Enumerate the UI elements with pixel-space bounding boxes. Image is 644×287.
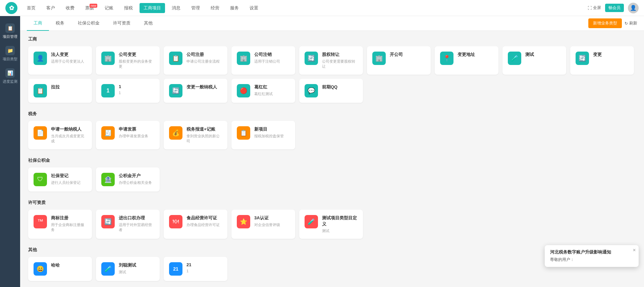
card-lala[interactable]: 📋 拉拉 [28, 79, 92, 103]
card-icon-biangengdizhi: 📍 [440, 52, 453, 65]
card-kaigongsi[interactable]: 🏢 开公司 [367, 46, 431, 75]
card-gongsizhu[interactable]: 📋 公司注册 申请公司注册全流程 [164, 46, 227, 75]
card-icon-21: 21 [169, 262, 182, 276]
fullscreen-icon: ⛶ [588, 6, 592, 10]
section-gongshang: 工商 👤 法人变更 适用于公司变更法人 🏢 公司变更 股权变更外的业务变更 [28, 36, 636, 103]
nav-item-settings[interactable]: 设置 [246, 3, 262, 13]
card-icon-biangeng-na: 🔄 [169, 84, 182, 97]
card-gjj-open[interactable]: 🏦 公积金开户 办理公积金相关业务 [96, 167, 160, 192]
card-icon-test-type: 🧪 [305, 215, 318, 228]
avatar[interactable]: 👤 [628, 3, 639, 13]
card-icon-gongsizhu: 📋 [169, 52, 182, 65]
sidebar-item-project-manage[interactable]: 📋 项目管理 [0, 20, 20, 43]
card-icon-kaigongsi: 🏢 [372, 52, 386, 65]
notification-close-button[interactable]: ✕ [633, 248, 636, 253]
tab-xuke[interactable]: 许可资质 [106, 16, 137, 31]
card-icon-guzhuanzhan: 🔄 [305, 52, 318, 65]
sidebar: 📋 项目管理 📁 项目类型 📊 进度监测 [0, 16, 20, 287]
card-qq[interactable]: 💬 前期QQ [299, 79, 363, 103]
tab-bar: 工商 税务 社保公积金 许可资质 其他 新增业务类型 ↻ 刷新 [20, 16, 644, 31]
card-liucong[interactable]: 🧪 刘聪测试 测试 [96, 257, 160, 281]
vip-button[interactable]: 畅会员 [605, 4, 624, 12]
refresh-button[interactable]: ↻ 刷新 [625, 20, 637, 26]
section-shebao: 社保公积金 🛡 社保登记 进行人员社保登记 🏦 公积金开户 办理公积金相关业务 [28, 157, 636, 192]
card-icon-gongsizhu2: 🏢 [237, 52, 250, 65]
card-icon-3a: ⭐ [237, 215, 250, 228]
card-apply-tax[interactable]: 📄 申请一般纳税人 当月或次月成变更完成 [28, 121, 92, 149]
card-trademark[interactable]: ™ 商标注册 用于企业商标注册服务 [28, 210, 92, 239]
notification-title: 河北税务数字账户升级影响通知 [550, 249, 633, 255]
card-icon-food-license: 🍽 [169, 215, 182, 228]
card-gongsibiangeng[interactable]: 🏢 公司变更 股权变更外的业务变更 [96, 46, 160, 75]
card-icon-shebao-dengji: 🛡 [34, 173, 47, 186]
add-type-button[interactable]: 新增业务类型 [588, 18, 622, 28]
tab-actions: 新增业务类型 ↻ 刷新 [588, 18, 637, 28]
fullscreen-button[interactable]: ⛶ 全屏 [588, 5, 601, 11]
card-food-license[interactable]: 🍽 食品经营许可证 办理食品经营许可证 [164, 210, 227, 239]
cards-xuke: ™ 商标注册 用于企业商标注册服务 🔄 进出口权办理 适用于对外贸易经营者 🍽 [28, 210, 636, 239]
nav-item-fee[interactable]: 收费 [62, 3, 78, 13]
card-icon-liucong: 🧪 [101, 262, 115, 276]
nav-item-message[interactable]: 消息 [168, 3, 184, 13]
card-biangengdizhi[interactable]: 📍 变更地址 [435, 46, 498, 75]
sidebar-item-project-type[interactable]: 📁 项目类型 [0, 43, 20, 65]
tab-shuiwu[interactable]: 税务 [49, 16, 71, 31]
card-ceshi[interactable]: 🧪 测试 [502, 46, 566, 75]
card-icon-faziren: 👤 [34, 52, 47, 65]
project-type-icon: 📁 [5, 46, 15, 55]
cards-gongshang: 👤 法人变更 适用于公司变更法人 🏢 公司变更 股权变更外的业务变更 📋 [28, 46, 636, 103]
card-21[interactable]: 21 21 1 [164, 257, 227, 281]
nav-item-customer[interactable]: 客户 [42, 3, 59, 13]
nav-logo[interactable]: ✿ [5, 2, 17, 14]
nav-item-bizproject[interactable]: 工商项目 [140, 3, 165, 13]
card-faziren[interactable]: 👤 法人变更 适用于公司变更法人 [28, 46, 92, 75]
card-icon-gjj-open: 🏦 [101, 173, 115, 186]
card-guzhuanzhan[interactable]: 🔄 股权转让 公司变更需要股权转让 [299, 46, 363, 75]
card-3a[interactable]: ⭐ 3A认证 对企业信誉评级 [231, 210, 295, 239]
card-icon-gehonghong: 🔴 [237, 84, 250, 97]
card-test-type[interactable]: 🧪 测试项目类型目定义 测试 [299, 210, 363, 239]
nav-item-tax[interactable]: 报税 [120, 3, 137, 13]
card-gehonghong[interactable]: 🔴 葛红红 葛红红测试 [231, 79, 295, 103]
cards-shuiwu: 📄 申请一般纳税人 当月或次月成变更完成 🧾 申请发票 办理申请发票业务 💰 [28, 121, 636, 149]
card-apply-invoice[interactable]: 🧾 申请发票 办理申请发票业务 [96, 121, 160, 149]
nav-item-ticket[interactable]: 票据 new [81, 3, 98, 13]
card-new-project[interactable]: 📋 新项目 报税加税控盘保管 [231, 121, 295, 149]
nav-item-service[interactable]: 服务 [226, 3, 243, 13]
card-biangeng[interactable]: 🔄 变更 [570, 46, 634, 75]
card-shebao-dengji[interactable]: 🛡 社保登记 进行人员社保登记 [28, 167, 92, 192]
card-biangeng-na[interactable]: 🔄 变更一般纳税人 [164, 79, 227, 103]
project-manage-icon: 📋 [5, 23, 15, 33]
card-icon-gongsibiangeng: 🏢 [101, 52, 115, 65]
card-icon-tax-report: 💰 [169, 126, 182, 140]
progress-icon: 📊 [5, 68, 15, 78]
card-icon-apply-invoice: 🧾 [101, 126, 115, 140]
card-import-export[interactable]: 🔄 进出口权办理 适用于对外贸易经营者 [96, 210, 160, 239]
sidebar-item-progress[interactable]: 📊 进度监测 [0, 65, 20, 87]
card-icon-ceshi: 🧪 [508, 52, 521, 65]
new-badge: new [90, 4, 97, 8]
nav-right: ⛶ 全屏 畅会员 👤 [588, 3, 639, 13]
section-title-shuiwu: 税务 [28, 111, 636, 117]
card-icon-lala: 📋 [34, 84, 47, 97]
card-haha[interactable]: 😄 哈哈 [28, 257, 92, 281]
card-icon-new-project: 📋 [237, 126, 250, 140]
top-nav: ✿ 首页 客户 收费 票据 new 记账 报税 工商项目 消息 管理 经营 服务… [0, 0, 644, 16]
nav-item-bookkeeping[interactable]: 记账 [101, 3, 117, 13]
notification-popup: ✕ 河北税务数字账户升级影响通知 尊敬的用户： [545, 245, 639, 267]
tab-gongshang[interactable]: 工商 [27, 16, 49, 31]
cards-shebao: 🛡 社保登记 进行人员社保登记 🏦 公积金开户 办理公积金相关业务 [28, 167, 636, 192]
tab-shebao[interactable]: 社保公积金 [71, 16, 106, 31]
refresh-icon: ↻ [625, 21, 628, 26]
section-title-shebao: 社保公积金 [28, 157, 636, 163]
nav-item-operation[interactable]: 经营 [207, 3, 223, 13]
section-title-xuke: 许可资质 [28, 200, 636, 206]
card-icon-haha: 😄 [34, 262, 47, 276]
card-one[interactable]: 1 1 1 [96, 79, 160, 103]
nav-item-manage[interactable]: 管理 [187, 3, 204, 13]
card-icon-one: 1 [101, 84, 115, 97]
nav-item-home[interactable]: 首页 [23, 3, 40, 13]
card-tax-report[interactable]: 💰 税务报道+记账 拿到营业执照的新公司 [164, 121, 227, 149]
card-gongsizhu2[interactable]: 🏢 公司注销 适用于注销公司 [231, 46, 295, 75]
tab-qita[interactable]: 其他 [137, 16, 159, 31]
